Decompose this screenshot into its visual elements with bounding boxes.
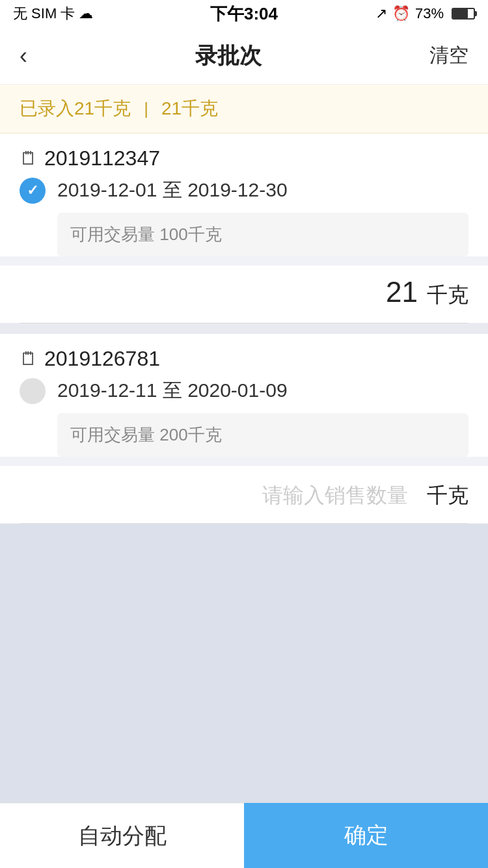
batch-2-row[interactable]: 2019-12-11 至 2020-01-09 — [20, 377, 468, 404]
batch-1-row[interactable]: ✓ 2019-12-01 至 2019-12-30 — [20, 177, 468, 204]
batch-2-input-row[interactable]: 千克 — [0, 466, 488, 523]
section-separator — [0, 323, 488, 334]
confirm-label: 确定 — [344, 821, 388, 850]
check-icon: ✓ — [27, 182, 38, 199]
batch-item-1: 🗒 2019112347 ✓ 2019-12-01 至 2019-12-30 可… — [0, 133, 488, 256]
battery-percent: 73% — [415, 5, 444, 22]
confirm-button[interactable]: 确定 — [244, 803, 488, 868]
batch-1-date: 2019-12-01 至 2019-12-30 — [57, 177, 288, 204]
back-button[interactable]: ‹ — [20, 42, 27, 70]
status-left: 无 SIM 卡 ☁ — [13, 4, 93, 23]
summary-label: 已录入21千克 — [20, 96, 131, 121]
batch-2-radio[interactable] — [20, 378, 46, 404]
batch-2-icon: 🗒 — [20, 348, 38, 370]
batch-2-date: 2019-12-11 至 2020-01-09 — [57, 377, 288, 404]
batch-2-quantity-input[interactable] — [223, 476, 418, 509]
batch-1-avail-text: 可用交易量 100千克 — [70, 224, 222, 244]
batch-2-id: 2019126781 — [44, 347, 160, 371]
batch-2-unit: 千克 — [427, 481, 468, 510]
batch-item-2: 🗒 2019126781 2019-12-11 至 2020-01-09 可用交… — [0, 334, 488, 457]
summary-divider: | — [144, 99, 148, 119]
sim-label: 无 SIM 卡 ☁ — [13, 4, 93, 23]
batch-1-id: 2019112347 — [44, 146, 160, 170]
summary-bar: 已录入21千克 | 21千克 — [0, 85, 488, 133]
page-title: 录批次 — [195, 41, 262, 71]
batch-2-avail-text: 可用交易量 200千克 — [70, 425, 222, 444]
batch-1-amount: 21 — [386, 276, 418, 308]
status-right: ↗ ⏰ 73% — [375, 5, 475, 22]
auto-distribute-button[interactable]: 自动分配 — [0, 803, 244, 868]
alarm-icon: ⏰ — [392, 5, 410, 22]
nav-bar: ‹ 录批次 清空 — [0, 27, 488, 85]
batch-1-radio[interactable]: ✓ — [20, 178, 46, 204]
batch-1-availability: 可用交易量 100千克 — [57, 213, 468, 256]
bottom-bar: 自动分配 确定 — [0, 803, 488, 868]
keyboard-area — [0, 524, 488, 804]
auto-distribute-label: 自动分配 — [78, 821, 167, 851]
batch-2-availability: 可用交易量 200千克 — [57, 413, 468, 457]
status-bar: 无 SIM 卡 ☁ 下午3:04 ↗ ⏰ 73% — [0, 0, 488, 27]
summary-value: 21千克 — [161, 96, 218, 121]
status-time: 下午3:04 — [210, 3, 278, 25]
batch-1-amount-row: 21 千克 — [0, 265, 488, 323]
battery-icon — [452, 8, 475, 20]
batch-1-unit: 千克 — [427, 281, 468, 310]
batch-1-icon: 🗒 — [20, 148, 38, 169]
clear-button[interactable]: 清空 — [429, 42, 468, 69]
batch-2-header: 🗒 2019126781 — [20, 347, 468, 371]
batch-1-header: 🗒 2019112347 — [20, 146, 468, 170]
location-icon: ↗ — [375, 5, 387, 22]
